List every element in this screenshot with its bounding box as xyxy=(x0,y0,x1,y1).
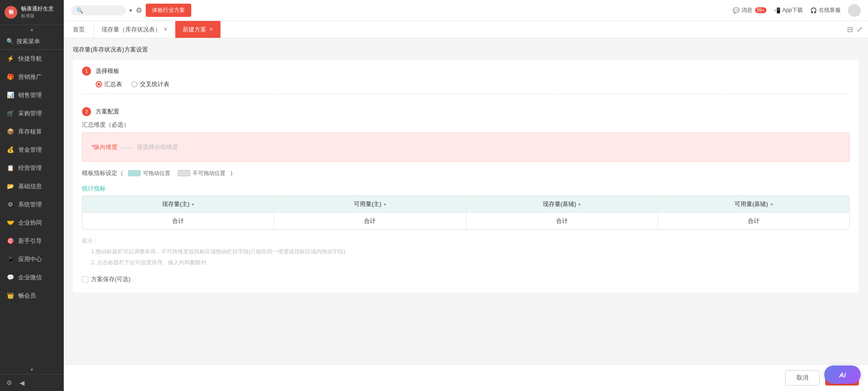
legend-draggable-box xyxy=(128,170,141,176)
tab-home[interactable]: 首页 xyxy=(64,21,94,38)
app-download-action[interactable]: 📲 App下载 xyxy=(774,6,803,14)
tips-section: 提示： 1.拖动标题栏可以调整布局，不可跨维度或指标区域拖动栏目字段(只能在同一… xyxy=(82,235,850,268)
radio-summary[interactable]: 汇总表 xyxy=(96,80,122,88)
scroll-down-arrow[interactable]: ▼ xyxy=(0,365,64,374)
sidebar-item-quick-nav[interactable]: ⚡ 快捷导航 xyxy=(0,50,64,68)
dimension-area[interactable]: *纵向维度 —— 请选择分组维度 xyxy=(82,133,850,162)
cancel-button[interactable]: 取消 xyxy=(785,370,820,386)
radio-cross-circle xyxy=(131,81,138,87)
brand-logo: 畅 xyxy=(5,6,17,19)
sidebar-item-finance[interactable]: 💰 资金管理 xyxy=(0,141,64,159)
industry-btn[interactable]: 体验行业方案 xyxy=(146,4,191,17)
radio-cross-label: 交叉统计表 xyxy=(140,80,169,88)
sidebar-item-label: 营销推广 xyxy=(18,73,42,81)
sidebar-nav: ⚡ 快捷导航 🎁 营销推广 📊 销售管理 🛒 采购管理 📦 库存核算 💰 资金管… xyxy=(0,50,64,365)
stats-header-label-3: 可用量(基辅) xyxy=(735,200,768,208)
message-action[interactable]: 💬 消息 99+ xyxy=(733,6,766,14)
online-service-action[interactable]: 🎧 在线客服 xyxy=(810,6,841,14)
legend-draggable-label: 可拖动位置 xyxy=(143,170,170,177)
guide-icon: 🎯 xyxy=(6,237,15,245)
sidebar-item-label: 应用中心 xyxy=(18,255,42,263)
sidebar-item-label: 系统管理 xyxy=(18,201,42,209)
sidebar-footer: ⚙ ◀ xyxy=(0,374,64,391)
sidebar-item-label: 经营管理 xyxy=(18,164,42,172)
topbar-gear-icon[interactable]: ⚙ xyxy=(136,6,142,15)
radio-cross[interactable]: 交叉统计表 xyxy=(131,80,169,88)
chevron-down-icon-0: ▾ xyxy=(192,202,194,207)
member-icon: 👑 xyxy=(6,292,15,300)
app-center-icon: 📱 xyxy=(6,255,15,263)
legend-non-draggable-label: 不可拖动位置 xyxy=(193,170,225,177)
chevron-down-icon-1: ▾ xyxy=(384,202,386,207)
tab-expand-icon[interactable]: ⤢ xyxy=(857,25,863,34)
wechat-icon: 💬 xyxy=(6,273,15,282)
sidebar-item-cooperation[interactable]: 🤝 企业协同 xyxy=(0,214,64,232)
stats-header-label-2: 现存量(基辅) xyxy=(543,200,577,208)
stats-header-label-1: 可用量(主) xyxy=(354,200,382,208)
message-icon: 💬 xyxy=(733,7,740,14)
step1-header: 1 选择模板 xyxy=(82,60,850,80)
topbar-search[interactable]: 🔍 xyxy=(71,5,126,15)
content-area: 现存量(库存状况表)方案设置 1 选择模板 汇总表 交叉统计表 2 xyxy=(64,38,868,364)
sidebar-item-label: 畅会员 xyxy=(18,292,36,300)
stats-body-row: 合计 合计 合计 合计 xyxy=(82,212,849,229)
step2-title: 方案配置 xyxy=(96,108,119,116)
sidebar-item-operations[interactable]: 📋 经营管理 xyxy=(0,159,64,177)
sidebar-item-marketing[interactable]: 🎁 营销推广 xyxy=(0,68,64,86)
purchase-icon: 🛒 xyxy=(6,109,15,118)
tab-new-plan[interactable]: 新建方案 ✕ xyxy=(175,21,221,38)
stats-table: 现存量(主) ▾ 可用量(主) ▾ 现存量(基辅) ▾ 可用量(基辅) xyxy=(82,196,850,230)
stats-header-col-2[interactable]: 现存量(基辅) ▾ xyxy=(466,196,658,212)
stats-header-col-3[interactable]: 可用量(基辅) ▾ xyxy=(658,196,849,212)
stats-header-col-0[interactable]: 现存量(主) ▾ xyxy=(82,196,274,212)
sidebar-item-system[interactable]: ⚙ 系统管理 xyxy=(0,196,64,214)
tab-minimize-icon[interactable]: ⊟ xyxy=(847,25,853,34)
search-icon: 🔍 xyxy=(6,38,14,45)
scroll-up-arrow[interactable]: ▲ xyxy=(0,25,64,34)
search-menu-label: 搜索菜单 xyxy=(16,37,40,46)
tab-home-label: 首页 xyxy=(73,26,85,34)
topbar-dropdown[interactable]: ▾ xyxy=(129,7,132,14)
tab-new-plan-close-icon[interactable]: ✕ xyxy=(209,26,213,32)
tabs-right-actions: ⊟ ⤢ xyxy=(842,21,868,38)
stats-header-label-0: 现存量(主) xyxy=(162,200,190,208)
tab-inventory-close-icon[interactable]: ✕ xyxy=(163,26,168,32)
brand-name: 畅康通好生意 xyxy=(21,5,54,13)
sidebar-item-wechat[interactable]: 💬 企业微信 xyxy=(0,268,64,287)
settings-icon[interactable]: ⚙ xyxy=(6,379,12,386)
chevron-down-icon-3: ▾ xyxy=(771,202,773,207)
sidebar-item-basic-info[interactable]: 📂 基础信息 xyxy=(0,177,64,196)
basic-info-icon: 📂 xyxy=(6,182,15,190)
chevron-down-icon-2: ▾ xyxy=(578,202,581,207)
stats-section: 统计指标 现存量(主) ▾ 可用量(主) ▾ 现存量(基辅) xyxy=(82,185,850,230)
quick-nav-icon: ⚡ xyxy=(6,55,15,63)
sidebar-item-guide[interactable]: 🎯 新手引导 xyxy=(0,232,64,250)
message-badge: 99+ xyxy=(755,7,766,13)
sidebar-item-inventory[interactable]: 📦 库存核算 xyxy=(0,123,64,141)
footer-bar: 取消 查询 xyxy=(64,364,868,391)
tab-new-plan-label: 新建方案 xyxy=(183,26,206,34)
message-label: 消息 xyxy=(741,6,752,14)
stats-header-col-1[interactable]: 可用量(主) ▾ xyxy=(274,196,466,212)
cooperation-icon: 🤝 xyxy=(6,219,15,227)
dimension-label: 汇总维度（必选） xyxy=(82,121,850,129)
tab-inventory-status[interactable]: 现存量（库存状况表） ✕ xyxy=(94,21,175,38)
app-download-icon: 📲 xyxy=(774,7,781,14)
sidebar-item-label: 企业协同 xyxy=(18,219,42,227)
search-menu[interactable]: 🔍 搜索菜单 xyxy=(0,34,64,50)
system-icon: ⚙ xyxy=(6,201,15,209)
sidebar-item-label: 基础信息 xyxy=(18,182,42,190)
tips-item-1: 2. 点击标题栏下拉可设置排序、插入列和删除列 xyxy=(82,257,850,268)
sidebar-item-purchase[interactable]: 🛒 采购管理 xyxy=(0,104,64,123)
save-checkbox[interactable] xyxy=(82,276,88,283)
step1-number: 1 xyxy=(82,67,91,76)
sidebar-item-app-center[interactable]: 📱 应用中心 xyxy=(0,250,64,268)
stats-title: 统计指标 xyxy=(82,185,850,193)
sidebar-item-member[interactable]: 👑 畅会员 xyxy=(0,287,64,305)
sidebar-item-sales[interactable]: 📊 销售管理 xyxy=(0,86,64,104)
search-icon: 🔍 xyxy=(77,7,83,14)
user-avatar[interactable] xyxy=(848,4,861,17)
sound-icon[interactable]: ◀ xyxy=(20,379,25,386)
stats-cell-2: 合计 xyxy=(466,213,658,229)
ai-bubble[interactable]: Ai xyxy=(824,365,861,384)
